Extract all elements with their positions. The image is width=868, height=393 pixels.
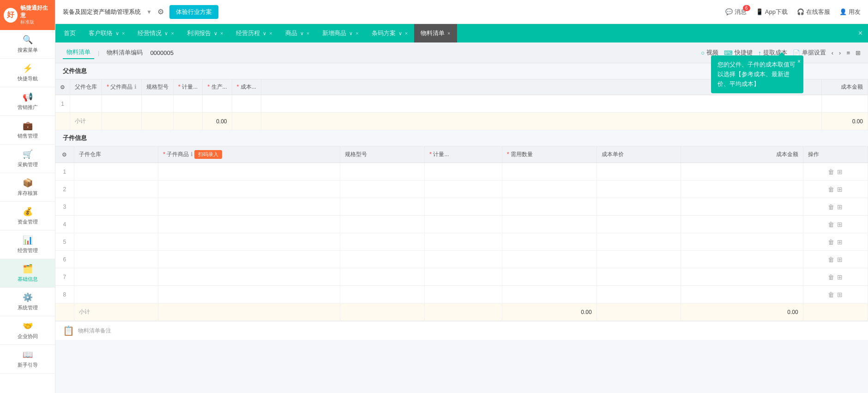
sidebar-item-system[interactable]: ⚙️ 系统管理	[0, 288, 55, 316]
tab-barcode-close[interactable]: ×	[405, 30, 408, 36]
nav-prev-button[interactable]: ‹	[832, 49, 833, 56]
child-row-2-goods[interactable]	[158, 181, 340, 198]
copy-icon[interactable]: ⊞	[837, 203, 843, 211]
child-row-8-quantity[interactable]	[502, 286, 597, 303]
child-row-5-unit[interactable]	[425, 233, 502, 251]
sidebar-item-search[interactable]: 🔍 搜索菜单	[0, 30, 55, 59]
child-row-7-goods[interactable]	[158, 268, 340, 286]
child-row-7-unit[interactable]	[425, 268, 502, 286]
tab-goods-close[interactable]: ×	[307, 30, 309, 36]
child-row-1-goods[interactable]	[158, 163, 340, 181]
child-row-8-warehouse[interactable]	[74, 286, 158, 303]
child-row-5-warehouse[interactable]	[74, 233, 158, 251]
list-view-button[interactable]: ≡	[846, 49, 850, 56]
sidebar-item-sales[interactable]: 💼 销售管理	[0, 116, 55, 145]
expand-button[interactable]: ⊞	[856, 49, 861, 56]
tab-add-goods-close[interactable]: ×	[356, 30, 358, 36]
delete-icon[interactable]: 🗑	[828, 221, 834, 228]
message-button[interactable]: 💬 消息 6	[725, 8, 747, 16]
child-row-1-warehouse[interactable]	[74, 163, 158, 181]
child-row-1-unit-price[interactable]	[597, 163, 681, 181]
copy-icon[interactable]: ⊞	[837, 238, 843, 246]
child-row-6-goods[interactable]	[158, 251, 340, 268]
child-row-3-quantity[interactable]	[502, 198, 597, 216]
sidebar-item-marketing[interactable]: 📢 营销推广	[0, 87, 55, 116]
topbar-dropdown-arrow[interactable]: ▼	[146, 9, 152, 15]
parent-row-1-warehouse[interactable]	[70, 95, 102, 113]
delete-icon[interactable]: 🗑	[828, 256, 834, 263]
sidebar-item-enterprise[interactable]: 🤝 企业协同	[0, 316, 55, 345]
child-row-6-warehouse[interactable]	[74, 251, 158, 268]
copy-icon[interactable]: ⊞	[837, 291, 843, 298]
parent-row-1-cost[interactable]	[232, 95, 261, 113]
delete-icon[interactable]: 🗑	[828, 186, 834, 193]
child-row-3-unit[interactable]	[425, 198, 502, 216]
delete-icon[interactable]: 🗑	[828, 291, 834, 298]
child-row-5-quantity[interactable]	[502, 233, 597, 251]
delete-icon[interactable]: 🗑	[828, 203, 834, 211]
child-row-4-quantity[interactable]	[502, 216, 597, 233]
tab-home[interactable]: 首页	[57, 24, 82, 42]
child-row-4-goods[interactable]	[158, 216, 340, 233]
subnav-bom-list[interactable]: 物料清单	[63, 46, 94, 59]
child-row-2-spec[interactable]	[340, 181, 425, 198]
tab-history-close[interactable]: ×	[269, 30, 272, 36]
child-row-1-quantity[interactable]	[502, 163, 597, 181]
child-row-3-goods[interactable]	[158, 198, 340, 216]
child-col-settings[interactable]: ⚙	[55, 146, 74, 163]
tooltip-close-button[interactable]: ×	[797, 57, 801, 66]
child-row-6-spec[interactable]	[340, 251, 425, 268]
parent-row-1-spec[interactable]	[141, 95, 173, 113]
child-row-8-unit-price[interactable]	[597, 286, 681, 303]
child-row-6-unit-price[interactable]	[597, 251, 681, 268]
child-row-6-unit[interactable]	[425, 251, 502, 268]
tab-bom-close[interactable]: ×	[447, 30, 450, 36]
child-row-5-goods[interactable]	[158, 233, 340, 251]
delete-icon[interactable]: 🗑	[828, 273, 834, 281]
tab-profit[interactable]: 利润报告 ∨ ×	[181, 24, 229, 42]
nav-close-all-button[interactable]: ×	[855, 29, 866, 37]
tab-bom[interactable]: 物料清单 ×	[414, 24, 457, 42]
nav-next-button[interactable]: ›	[839, 49, 841, 56]
tab-operations-close[interactable]: ×	[171, 30, 174, 36]
child-row-4-unit[interactable]	[425, 216, 502, 233]
online-service-button[interactable]: 🎧 在线客服	[797, 8, 830, 16]
parent-row-1-production[interactable]	[203, 95, 232, 113]
child-row-8-goods[interactable]	[158, 286, 340, 303]
child-row-6-quantity[interactable]	[502, 251, 597, 268]
child-row-4-spec[interactable]	[340, 216, 425, 233]
user-menu-button[interactable]: 👤 用友	[839, 8, 861, 16]
topbar-gear-icon[interactable]: ⚙	[157, 7, 164, 16]
copy-icon[interactable]: ⊞	[837, 186, 843, 193]
trial-button[interactable]: 体验行业方案	[169, 5, 218, 19]
delete-icon[interactable]: 🗑	[828, 168, 834, 175]
sidebar-item-operations[interactable]: 📊 经营管理	[0, 230, 55, 259]
child-row-2-unit-price[interactable]	[597, 181, 681, 198]
child-row-7-warehouse[interactable]	[74, 268, 158, 286]
child-row-8-spec[interactable]	[340, 286, 425, 303]
child-row-1-spec[interactable]	[340, 163, 425, 181]
child-row-3-unit-price[interactable]	[597, 198, 681, 216]
copy-icon[interactable]: ⊞	[837, 273, 843, 281]
child-row-1-unit[interactable]	[425, 163, 502, 181]
delete-icon[interactable]: 🗑	[828, 238, 834, 246]
child-row-2-quantity[interactable]	[502, 181, 597, 198]
child-row-7-quantity[interactable]	[502, 268, 597, 286]
scan-input-button[interactable]: 扫码录入	[194, 150, 222, 159]
tab-operations[interactable]: 经营情况 ∨ ×	[131, 24, 180, 42]
sidebar-item-purchase[interactable]: 🛒 采购管理	[0, 145, 55, 173]
tab-customer-close[interactable]: ×	[122, 30, 125, 36]
child-row-3-spec[interactable]	[340, 198, 425, 216]
sidebar-item-finance[interactable]: 💰 资金管理	[0, 202, 55, 230]
sidebar-item-inventory[interactable]: 📦 库存核算	[0, 173, 55, 202]
parent-row-1-unit[interactable]	[173, 95, 202, 113]
copy-icon[interactable]: ⊞	[837, 256, 843, 263]
tab-customer[interactable]: 客户联络 ∨ ×	[82, 24, 131, 42]
tab-barcode[interactable]: 条码方案 ∨ ×	[365, 24, 414, 42]
sidebar-item-guide[interactable]: 📖 新手引导	[0, 345, 55, 374]
child-row-7-spec[interactable]	[340, 268, 425, 286]
copy-icon[interactable]: ⊞	[837, 168, 843, 175]
tab-add-goods[interactable]: 新增商品 ∨ ×	[316, 24, 365, 42]
parent-col-settings[interactable]: ⚙	[55, 79, 70, 95]
child-row-8-unit[interactable]	[425, 286, 502, 303]
